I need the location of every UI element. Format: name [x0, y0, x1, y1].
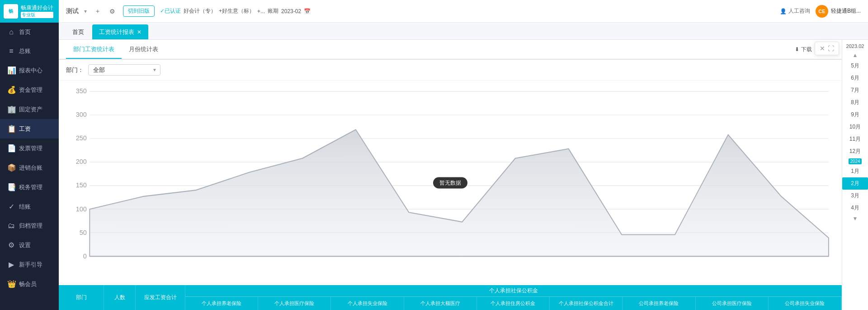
- sidebar-item-tax[interactable]: 📑 税务管理: [0, 177, 59, 197]
- sidebar-item-funds[interactable]: 💰 资金管理: [0, 80, 59, 100]
- sidebar-label-guide: 新手引导: [19, 261, 42, 269]
- subtabs-bar: 部门工资统计表 月份统计表 ⬇ 下载 ↻ 刷新: [59, 40, 842, 60]
- sidebar-nav: ⌂ 首页 ≡ 总账 📊 报表中心 💰 资金管理 🏢 固定资产 📋 工资 📄 发票…: [0, 23, 59, 310]
- guide-icon: ▶: [7, 260, 15, 269]
- sidebar-item-salary[interactable]: 📋 工资: [0, 119, 59, 138]
- table-group-title-personal: 个人承担社保公积金: [185, 285, 841, 297]
- svg-text:250: 250: [76, 134, 87, 142]
- float-panel-expand-button[interactable]: ⛶: [828, 45, 834, 52]
- panel-month-11[interactable]: 11月: [842, 133, 868, 145]
- sidebar-label-ledger: 总账: [19, 47, 31, 55]
- user-name: 轻捷通B组...: [831, 7, 861, 15]
- panel-month-10[interactable]: 10月: [842, 121, 868, 133]
- ledger-icon: ≡: [7, 47, 15, 55]
- period-label: 账期: [268, 7, 278, 15]
- period-value: 2023-02: [281, 8, 301, 14]
- table-col-count: 人数: [104, 285, 136, 310]
- table-col-personal-housing: 个人承担住房公积金: [477, 297, 550, 310]
- topbar-icons: ＋ ⚙: [92, 6, 118, 17]
- filter-bar: 部门： 全部: [59, 60, 842, 81]
- panel-month-4[interactable]: 4月: [842, 202, 868, 214]
- sales-icon: 📦: [7, 163, 15, 172]
- table-col-personal-unemployment: 个人承担失业保险: [331, 297, 404, 310]
- table-col-salary: 应发工资合计: [136, 285, 185, 310]
- switch-old-version-button[interactable]: 切到旧版: [123, 5, 155, 17]
- panel-scroll-up[interactable]: ▲: [851, 51, 860, 60]
- status-certified: ✓已认证: [160, 7, 181, 15]
- right-date-panel: 2023.02 ▲ 5月 6月 7月 8月 9月 10月 11月 12月 202…: [842, 40, 868, 310]
- logo-icon: 畅: [4, 4, 18, 19]
- panel-month-8[interactable]: 8月: [842, 96, 868, 109]
- table-header: 部门 人数 应发工资合计 个人承担社保公积金 个人承担养老保险 个人承担医疗保险…: [59, 285, 842, 310]
- topbar-dropdown-arrow[interactable]: ▾: [84, 8, 87, 14]
- sidebar-label-tax: 税务管理: [19, 183, 42, 191]
- panel-month-6[interactable]: 6月: [842, 72, 868, 84]
- panel-month-3[interactable]: 3月: [842, 190, 868, 202]
- sidebar-item-sales[interactable]: 📦 进销台账: [0, 158, 59, 177]
- download-icon: ⬇: [795, 46, 799, 52]
- calendar-icon[interactable]: 📅: [304, 8, 311, 14]
- table-col-dept: 部门: [59, 285, 104, 310]
- table-group-personal: 个人承担社保公积金 个人承担养老保险 个人承担医疗保险 个人承担失业保险 个人承…: [185, 285, 842, 310]
- content-area: 部门工资统计表 月份统计表 ⬇ 下载 ↻ 刷新: [59, 40, 868, 310]
- tab-salary-report[interactable]: 工资统计报表 ✕: [92, 24, 148, 39]
- panel-year-2024-badge: 2024: [849, 158, 861, 164]
- logo-badge: 专业版: [21, 12, 53, 18]
- chart-tooltip: 暂无数据: [433, 177, 467, 189]
- checkout-icon: ✓: [7, 202, 15, 211]
- table-col-personal-pension: 个人承担养老保险: [185, 297, 258, 310]
- panel-month-7[interactable]: 7月: [842, 84, 868, 96]
- help-button[interactable]: 👤 人工咨询: [780, 7, 810, 15]
- subtab-monthly-salary[interactable]: 月份统计表: [122, 41, 165, 59]
- user-menu-button[interactable]: CE 轻捷通B组...: [816, 5, 861, 18]
- sidebar-item-home[interactable]: ⌂ 首页: [0, 23, 59, 42]
- add-button[interactable]: ＋: [92, 6, 103, 17]
- sidebar-item-settings[interactable]: ⚙ 设置: [0, 235, 59, 255]
- download-button[interactable]: ⬇ 下载: [795, 46, 812, 53]
- settings-button[interactable]: ⚙: [107, 6, 118, 17]
- status-more: +...: [257, 8, 265, 14]
- float-panel-close-button[interactable]: ✕: [820, 45, 825, 52]
- panel-scroll-down[interactable]: ▼: [851, 214, 860, 223]
- department-select[interactable]: 全部: [88, 64, 160, 76]
- sidebar-label-checkout: 结账: [19, 203, 31, 211]
- sidebar-label-salary: 工资: [19, 125, 31, 133]
- panel-month-5[interactable]: 5月: [842, 60, 868, 72]
- sidebar-item-guide[interactable]: ▶ 新手引导: [0, 255, 59, 274]
- panel-month-1[interactable]: 1月: [842, 165, 868, 177]
- subtab-dept-salary[interactable]: 部门工资统计表: [66, 41, 122, 59]
- topbar-title: 测试: [66, 7, 79, 15]
- sidebar-item-invoice[interactable]: 📄 发票管理: [0, 138, 59, 158]
- tab-close-salary[interactable]: ✕: [137, 29, 142, 35]
- sidebar-item-member[interactable]: 👑 畅会员: [0, 274, 59, 294]
- panel-month-9[interactable]: 9月: [842, 109, 868, 121]
- table-col-company-unemployment: 公司承担失业保险: [769, 297, 841, 310]
- svg-text:150: 150: [76, 181, 87, 189]
- sidebar-item-archive[interactable]: 🗂 归档管理: [0, 216, 59, 235]
- help-label: 人工咨询: [788, 7, 810, 15]
- logo-name: 畅康通好会计: [21, 5, 53, 12]
- panel-month-12[interactable]: 12月: [842, 145, 868, 157]
- funds-icon: 💰: [7, 86, 15, 94]
- filter-label: 部门：: [66, 66, 84, 74]
- svg-text:200: 200: [76, 157, 87, 166]
- settings-icon: ⚙: [7, 241, 15, 249]
- sidebar-item-reports[interactable]: 📊 报表中心: [0, 61, 59, 80]
- svg-marker-17: [90, 129, 829, 256]
- table-col-personal-medical: 个人承担医疗保险: [258, 297, 331, 310]
- table-group-subs: 个人承担养老保险 个人承担医疗保险 个人承担失业保险 个人承担大额医疗 个人承担…: [185, 297, 841, 310]
- sidebar-label-funds: 资金管理: [19, 86, 42, 94]
- panel-month-2[interactable]: 2月: [842, 177, 868, 190]
- sidebar-label-member: 畅会员: [19, 280, 37, 288]
- table-col-company-medical: 公司承担医疗保险: [696, 297, 769, 310]
- sidebar-item-checkout[interactable]: ✓ 结账: [0, 197, 59, 216]
- content-main: 部门工资统计表 月份统计表 ⬇ 下载 ↻ 刷新: [59, 40, 842, 310]
- main-content: 测试 ▾ ＋ ⚙ 切到旧版 ✓已认证 好会计（专） +好生意（标） +... 账…: [59, 0, 868, 310]
- tab-home[interactable]: 首页: [66, 25, 90, 39]
- sidebar-label-invoice: 发票管理: [19, 144, 42, 153]
- sidebar-label-settings: 设置: [19, 241, 31, 249]
- panel-year-label: 2023.02: [845, 42, 865, 51]
- sidebar-item-ledger[interactable]: ≡ 总账: [0, 42, 59, 61]
- svg-text:350: 350: [76, 87, 87, 95]
- sidebar-item-assets[interactable]: 🏢 固定资产: [0, 100, 59, 119]
